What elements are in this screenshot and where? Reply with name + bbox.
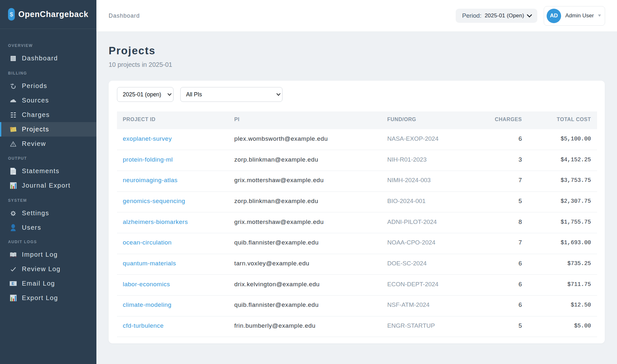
svg-text:E: E [12, 281, 15, 286]
